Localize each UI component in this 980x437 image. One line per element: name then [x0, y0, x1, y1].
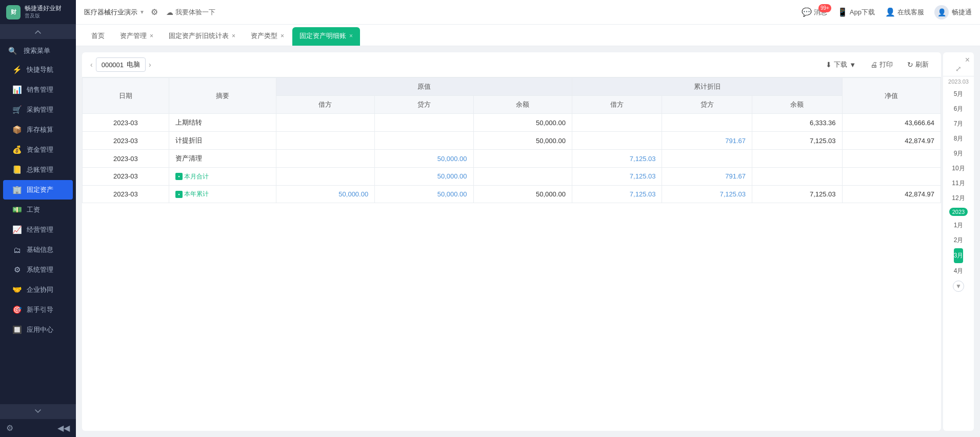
timeline-month[interactable]: 11月	[952, 176, 965, 191]
settings-icon[interactable]: ⚙	[6, 423, 13, 433]
sidebar-item-purchase[interactable]: 🛒 采购管理	[3, 100, 73, 120]
cell-accum-debit: 7,125.03	[572, 168, 662, 186]
sidebar-item-label: 基础信息	[27, 245, 53, 254]
sidebar-logo: 财 畅捷通好业财 普及版	[0, 0, 76, 25]
online-service-label: 在线客服	[897, 8, 924, 17]
cloud-icon: ☁	[166, 8, 173, 16]
sidebar-item-label: 应用中心	[27, 325, 53, 334]
sidebar-scroll-down[interactable]	[0, 404, 76, 419]
sidebar-item-label: 系统管理	[27, 265, 53, 274]
notifications-badge: 99+	[818, 4, 831, 12]
timeline-month[interactable]: 1月	[952, 218, 966, 233]
timeline-month[interactable]: 3月	[954, 248, 964, 263]
sidebar-item-guide[interactable]: 🎯 新手引导	[3, 300, 73, 320]
sidebar-item-enterprise[interactable]: 🤝 企业协同	[3, 280, 73, 300]
sales-icon: 📊	[11, 85, 23, 94]
capital-icon: 💰	[11, 145, 23, 154]
tab-depreciation-close[interactable]: ×	[232, 32, 235, 39]
tab-asset-detail[interactable]: 固定资产明细账 ×	[292, 27, 360, 46]
experience-btn[interactable]: ☁ 我要体验一下	[166, 8, 215, 17]
cell-date: 2023-03	[83, 132, 169, 150]
sidebar-item-label: 采购管理	[27, 105, 53, 114]
tab-asset-type-close[interactable]: ×	[281, 32, 284, 39]
download-btn[interactable]: ⬇ 下载 ▼	[822, 58, 860, 71]
sidebar-search[interactable]: 🔍 搜索菜单	[0, 42, 76, 59]
sidebar-scroll-up[interactable]	[0, 25, 76, 39]
sidebar-item-capital[interactable]: 💰 资金管理	[3, 140, 73, 160]
company-selector[interactable]: 医疗器械行业演示 ▼	[84, 8, 145, 17]
settings-gear-icon[interactable]: ⚙	[151, 7, 158, 17]
sidebar-item-basic-info[interactable]: 🗂 基础信息	[3, 240, 73, 260]
sidebar-item-fixed-assets[interactable]: 🏢 固定资产	[3, 180, 73, 200]
tab-asset-type[interactable]: 资产类型 ×	[244, 27, 291, 46]
sidebar-item-inventory[interactable]: 📦 库存核算	[3, 120, 73, 140]
timeline-down-btn[interactable]: ▼	[953, 281, 964, 292]
collapse-icon[interactable]: ◀◀	[57, 423, 70, 433]
sidebar-item-label: 销售管理	[27, 85, 53, 94]
app-center-icon: 🔲	[11, 325, 23, 334]
sidebar-item-system[interactable]: ⚙ 系统管理	[3, 260, 73, 280]
sidebar-item-operations[interactable]: 📈 经营管理	[3, 220, 73, 240]
sidebar-item-app-center[interactable]: 🔲 应用中心	[3, 320, 73, 340]
timeline-month[interactable]: 7月	[952, 116, 965, 131]
tabs-bar: 首页 资产管理 × 固定资产折旧统计表 × 资产类型 × 固定资产明细账 ×	[76, 25, 980, 46]
timeline-month[interactable]: 8月	[952, 131, 965, 146]
timeline-month[interactable]: 5月	[952, 87, 965, 102]
sidebar-item-ledger[interactable]: 📒 总账管理	[3, 160, 73, 180]
cell-orig-balance	[473, 150, 572, 168]
cell-summary: ▪本月合计	[169, 168, 276, 186]
refresh-btn[interactable]: ↻ 刷新	[903, 58, 933, 71]
logo-sub: 普及版	[25, 12, 62, 19]
cell-orig-balance: 50,000.00	[473, 185, 572, 203]
timeline-month[interactable]: 12月	[952, 191, 965, 206]
timeline-month[interactable]: 2月	[952, 233, 966, 248]
cell-orig-credit: 50,000.00	[375, 185, 473, 203]
notifications-btn[interactable]: 💬 消息 99+	[802, 7, 827, 17]
service-icon: 👤	[885, 7, 895, 17]
sidebar-item-label: 新手引导	[27, 305, 53, 314]
download-action-icon: ⬇	[826, 61, 832, 69]
tab-depreciation-stats[interactable]: 固定资产折旧统计表 ×	[162, 27, 243, 46]
th-orig-debit: 借方	[276, 96, 374, 114]
cell-orig-balance	[473, 168, 572, 186]
user-profile[interactable]: 👤 畅捷通	[934, 5, 972, 19]
tab-home[interactable]: 首页	[84, 27, 112, 46]
app-download-btn[interactable]: 📱 App下载	[837, 7, 875, 17]
cell-net-value: 43,666.64	[842, 114, 941, 132]
th-accumulated-depreciation: 累计折旧	[572, 78, 842, 96]
sidebar-item-sales[interactable]: 📊 销售管理	[3, 80, 73, 100]
sidebar-item-quick-nav[interactable]: ⚡ 快捷导航	[3, 60, 73, 80]
cell-net-value	[842, 150, 941, 168]
print-btn[interactable]: 🖨 打印	[866, 58, 897, 71]
print-icon: 🖨	[870, 61, 877, 69]
cell-orig-debit	[276, 168, 374, 186]
cell-accum-balance: 7,125.03	[752, 132, 843, 150]
sidebar-item-label: 资金管理	[27, 145, 53, 154]
operations-icon: 📈	[11, 225, 23, 234]
cell-summary: 计提折旧	[169, 132, 276, 150]
tab-asset-mgmt-label: 资产管理	[120, 31, 147, 41]
asset-prev-btn[interactable]: ‹	[90, 61, 93, 69]
timeline-expand-btn[interactable]: ⤢	[955, 65, 962, 73]
cell-accum-balance: 6,333.36	[752, 114, 843, 132]
timeline-close-btn[interactable]: ×	[965, 55, 970, 65]
timeline-month[interactable]: 6月	[952, 102, 965, 116]
tab-asset-mgmt[interactable]: 资产管理 ×	[113, 27, 161, 46]
cell-orig-credit	[375, 114, 473, 132]
tab-asset-mgmt-close[interactable]: ×	[150, 32, 153, 39]
online-service-btn[interactable]: 👤 在线客服	[885, 7, 924, 17]
cell-accum-debit	[572, 132, 662, 150]
timeline-month[interactable]: 9月	[952, 146, 965, 161]
timeline-month[interactable]: 4月	[952, 264, 966, 279]
sidebar-item-payroll[interactable]: 💵 工资	[3, 200, 73, 220]
cell-accum-credit	[662, 150, 752, 168]
th-summary: 摘要	[169, 78, 276, 114]
sidebar-item-label: 工资	[27, 205, 40, 214]
search-icon: 🔍	[8, 47, 19, 55]
payroll-icon: 💵	[11, 205, 23, 214]
tab-asset-type-label: 资产类型	[251, 31, 277, 41]
asset-next-btn[interactable]: ›	[149, 61, 151, 69]
cell-net-value: 42,874.97	[842, 185, 941, 203]
timeline-month[interactable]: 10月	[952, 161, 965, 176]
tab-asset-detail-close[interactable]: ×	[349, 32, 353, 39]
